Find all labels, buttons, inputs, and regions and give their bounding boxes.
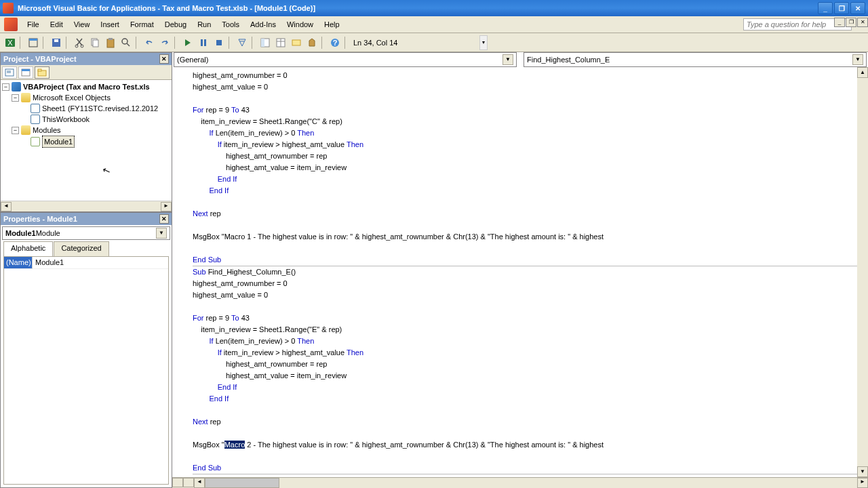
- properties-caption: Properties - Module1: [3, 215, 77, 223]
- dropdown-arrow-icon[interactable]: ▼: [502, 54, 513, 65]
- design-mode-icon[interactable]: [235, 35, 250, 50]
- svg-rect-10: [107, 39, 114, 47]
- full-module-view-icon[interactable]: [183, 478, 194, 487]
- cursor-position: Ln 34, Col 14: [353, 39, 397, 47]
- project-explorer-caption: Project - VBAProject: [3, 55, 77, 63]
- menu-debug[interactable]: Debug: [159, 18, 192, 30]
- svg-rect-11: [108, 38, 113, 40]
- svg-point-12: [122, 39, 127, 44]
- menu-edit[interactable]: Edit: [45, 18, 68, 30]
- view-object-icon[interactable]: [18, 66, 33, 79]
- tree-module1[interactable]: Module1: [42, 136, 75, 148]
- app-icon: [3, 3, 14, 14]
- tree-collapse-icon[interactable]: −: [2, 83, 9, 91]
- redo-icon[interactable]: [157, 35, 172, 50]
- properties-window-icon[interactable]: [273, 35, 288, 50]
- minimize-button[interactable]: _: [818, 2, 833, 14]
- insert-userform-icon[interactable]: [26, 35, 41, 50]
- save-icon[interactable]: [49, 35, 64, 50]
- object-dropdown-value: (General): [177, 56, 208, 64]
- svg-line-13: [127, 43, 130, 46]
- menu-tools[interactable]: Tools: [216, 18, 245, 30]
- run-icon[interactable]: [180, 35, 195, 50]
- view-excel-icon[interactable]: X: [3, 35, 18, 50]
- hscroll-right-icon[interactable]: ►: [857, 478, 868, 488]
- procedure-dropdown[interactable]: Find_Highest_Column_E▼: [524, 52, 867, 67]
- menu-window[interactable]: Window: [281, 18, 319, 30]
- mdi-restore[interactable]: ❐: [846, 18, 856, 27]
- svg-rect-31: [38, 69, 41, 71]
- vscroll-track[interactable]: [857, 78, 868, 466]
- object-name: Module1: [5, 229, 36, 237]
- tree-excel-objects[interactable]: Microsoft Excel Objects: [33, 92, 111, 103]
- menu-addins[interactable]: Add-Ins: [245, 18, 281, 30]
- properties-window: Properties - Module1 ✕ Module1 Module▼ A…: [0, 212, 172, 488]
- view-code-icon[interactable]: [2, 66, 17, 79]
- toolbar-overflow[interactable]: ▾: [479, 35, 488, 50]
- svg-rect-9: [93, 40, 98, 47]
- properties-title: Properties - Module1 ✕: [1, 213, 172, 225]
- cut-icon[interactable]: [72, 35, 87, 50]
- svg-rect-16: [216, 40, 222, 45]
- module-icon: [31, 137, 40, 146]
- copy-icon[interactable]: [87, 35, 102, 50]
- tree-collapse-icon[interactable]: −: [12, 127, 19, 134]
- procedure-dropdown-value: Find_Highest_Column_E: [527, 56, 610, 64]
- svg-rect-29: [22, 69, 30, 71]
- code-editor[interactable]: highest_amt_rownumber = 0 highest_amt_va…: [172, 67, 857, 477]
- tree-thisworkbook[interactable]: ThisWorkbook: [42, 114, 90, 125]
- object-selector[interactable]: Module1 Module▼: [2, 226, 170, 240]
- project-explorer-icon[interactable]: [258, 35, 273, 50]
- hscroll-left-icon[interactable]: ◄: [1, 202, 12, 211]
- hscroll-left-icon[interactable]: ◄: [194, 478, 205, 488]
- vscroll-up-icon[interactable]: ▲: [857, 67, 868, 78]
- toolbox-icon[interactable]: [304, 35, 319, 50]
- menu-run[interactable]: Run: [192, 18, 216, 30]
- project-explorer-close[interactable]: ✕: [159, 54, 169, 64]
- toggle-folders-icon[interactable]: [35, 66, 50, 79]
- tree-sheet1[interactable]: Sheet1 (FY11STC.revised.12.2012: [42, 103, 158, 114]
- tree-project[interactable]: VBAProject (Tax and Macro Test.xls: [23, 81, 150, 92]
- find-icon[interactable]: [119, 35, 134, 50]
- reset-icon[interactable]: [212, 35, 226, 50]
- hscroll-thumb[interactable]: [205, 478, 279, 488]
- object-dropdown[interactable]: (General)▼: [174, 52, 517, 67]
- mdi-close[interactable]: ✕: [857, 18, 868, 27]
- dropdown-arrow-icon[interactable]: ▼: [156, 228, 167, 239]
- hscroll-right-icon[interactable]: ►: [161, 202, 172, 211]
- standard-toolbar: X ? Ln 34, Col 14 ▾: [0, 33, 868, 52]
- property-row[interactable]: (Name)Module1: [4, 257, 168, 269]
- tree-modules[interactable]: Modules: [33, 125, 61, 136]
- dropdown-arrow-icon[interactable]: ▼: [852, 54, 863, 65]
- folder-icon: [21, 125, 31, 135]
- undo-icon[interactable]: [142, 35, 157, 50]
- tab-categorized[interactable]: Categorized: [54, 241, 108, 256]
- paste-icon[interactable]: [103, 35, 118, 50]
- object-browser-icon[interactable]: [289, 35, 304, 50]
- vscroll-down-icon[interactable]: ▼: [857, 466, 868, 477]
- properties-close[interactable]: ✕: [159, 214, 169, 224]
- tree-collapse-icon[interactable]: −: [12, 94, 19, 102]
- property-value[interactable]: Module1: [33, 257, 168, 269]
- svg-rect-3: [29, 39, 37, 41]
- menu-insert[interactable]: Insert: [95, 18, 125, 30]
- menu-view[interactable]: View: [68, 18, 96, 30]
- maximize-button[interactable]: ❐: [834, 2, 849, 14]
- procedure-view-icon[interactable]: [172, 478, 183, 487]
- svg-rect-5: [54, 39, 58, 42]
- hscroll-track[interactable]: [279, 478, 857, 488]
- svg-rect-22: [292, 40, 300, 45]
- menu-help[interactable]: Help: [319, 18, 345, 30]
- code-window: (General)▼ Find_Highest_Column_E▼ highes…: [172, 52, 868, 488]
- menu-format[interactable]: Format: [125, 18, 159, 30]
- break-icon[interactable]: [196, 35, 211, 50]
- project-icon: [12, 82, 21, 92]
- mdi-minimize[interactable]: _: [834, 18, 845, 27]
- svg-text:?: ?: [333, 39, 338, 47]
- cursor-icon: ↖: [101, 163, 113, 176]
- menu-file[interactable]: File: [22, 18, 45, 30]
- close-button[interactable]: ✕: [850, 2, 865, 14]
- svg-rect-18: [261, 39, 264, 47]
- tab-alphabetic[interactable]: Alphabetic: [3, 241, 53, 256]
- help-icon[interactable]: ?: [328, 35, 342, 50]
